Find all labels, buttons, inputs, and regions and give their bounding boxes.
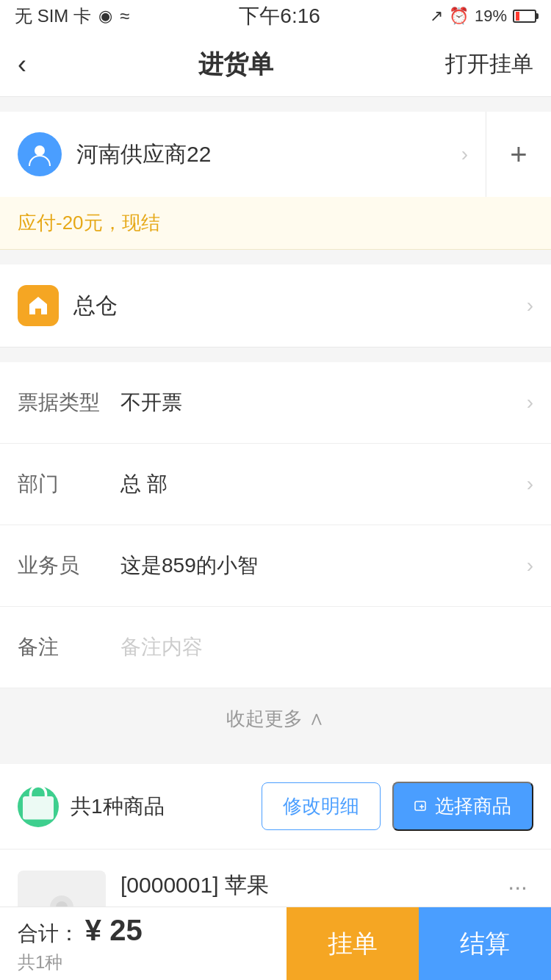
time-label: 下午6:16 xyxy=(239,2,320,30)
chevron-right-icon: › xyxy=(527,472,533,496)
battery-percent: 19% xyxy=(475,7,507,26)
status-bar: 无 SIM 卡 ◉ ≈ 下午6:16 ↗ ⏰ 19% xyxy=(0,0,551,32)
salesman-value: 这是859的小智 xyxy=(120,552,519,580)
products-icon xyxy=(18,786,59,827)
svg-rect-1 xyxy=(23,796,54,820)
dept-label: 部门 xyxy=(18,470,120,498)
salesman-label: 业务员 xyxy=(18,552,120,580)
carrier-label: 无 SIM 卡 xyxy=(15,4,91,28)
products-header: 共1种商品 修改明细 选择商品 xyxy=(0,764,551,849)
page-title: 进货单 xyxy=(198,48,273,82)
location-icon: ↗ xyxy=(430,7,443,26)
svg-point-0 xyxy=(35,145,45,156)
add-supplier-button[interactable]: + xyxy=(486,112,551,197)
status-right: ↗ ⏰ 19% xyxy=(430,7,536,26)
section-gap-1 xyxy=(0,97,551,112)
select-product-label: 选择商品 xyxy=(435,793,511,819)
back-button[interactable]: ‹ xyxy=(18,49,26,80)
total-section: 合计： ¥ 25 共1种 xyxy=(0,914,287,974)
battery-icon xyxy=(513,10,536,23)
info-banner: 应付-20元，现结 xyxy=(0,197,551,250)
warehouse-selector[interactable]: 总仓 › xyxy=(0,264,551,347)
section-gap-2 xyxy=(0,250,551,264)
cart-icon xyxy=(18,786,59,827)
invoice-label: 票据类型 xyxy=(18,389,120,417)
chevron-right-icon: › xyxy=(527,391,533,414)
section-gap-4 xyxy=(0,749,551,764)
chevron-right-icon: › xyxy=(527,554,533,577)
supplier-selector[interactable]: 河南供应商22 › xyxy=(0,112,486,197)
status-left: 无 SIM 卡 ◉ ≈ xyxy=(15,4,129,28)
chevron-right-icon: › xyxy=(461,143,468,166)
total-row: 合计： ¥ 25 xyxy=(18,914,269,948)
edit-detail-button[interactable]: 修改明细 xyxy=(262,782,381,830)
supplier-name: 河南供应商22 xyxy=(76,140,454,170)
product-name: [0000001] 苹果 xyxy=(120,871,487,901)
products-count: 共1种商品 xyxy=(71,793,250,821)
collapse-button[interactable]: 收起更多 ∧ xyxy=(0,688,551,749)
alarm-icon: ⏰ xyxy=(449,7,469,26)
warehouse-icon xyxy=(18,285,59,326)
select-product-button[interactable]: 选择商品 xyxy=(392,782,533,831)
nav-bar: ‹ 进货单 打开挂单 xyxy=(0,32,551,97)
remark-input[interactable]: 备注内容 xyxy=(120,633,533,661)
wifi-text: ≈ xyxy=(120,6,129,26)
dept-row[interactable]: 部门 总 部 › xyxy=(0,444,551,525)
remark-row[interactable]: 备注 备注内容 xyxy=(0,607,551,688)
hang-button[interactable]: 挂单 xyxy=(287,907,419,980)
product-title: 苹果 xyxy=(225,873,269,897)
checkout-button[interactable]: 结算 xyxy=(419,907,551,980)
dept-value: 总 部 xyxy=(120,470,519,498)
total-amount: ¥ 25 xyxy=(85,914,143,946)
total-count: 共1种 xyxy=(18,951,269,974)
home-icon xyxy=(26,294,50,317)
remark-label: 备注 xyxy=(18,633,120,661)
bottom-bar: 合计： ¥ 25 共1种 挂单 结算 xyxy=(0,907,551,980)
total-label: 合计： xyxy=(18,922,79,945)
salesman-row[interactable]: 业务员 这是859的小智 › xyxy=(0,525,551,607)
chevron-right-icon: › xyxy=(527,294,533,317)
product-more-button[interactable]: ··· xyxy=(502,871,533,904)
product-code: [0000001] xyxy=(120,873,218,897)
section-gap-3 xyxy=(0,347,551,362)
svg-rect-2 xyxy=(415,801,425,810)
warehouse-name: 总仓 xyxy=(73,291,519,321)
invoice-value: 不开票 xyxy=(120,389,519,417)
open-hang-button[interactable]: 打开挂单 xyxy=(445,49,533,79)
person-icon xyxy=(26,141,53,167)
wifi-icon: ◉ xyxy=(98,7,112,26)
invoice-type-row[interactable]: 票据类型 不开票 › xyxy=(0,362,551,444)
select-product-icon xyxy=(414,799,429,814)
supplier-section: 河南供应商22 › + xyxy=(0,112,551,197)
supplier-avatar xyxy=(18,132,62,176)
